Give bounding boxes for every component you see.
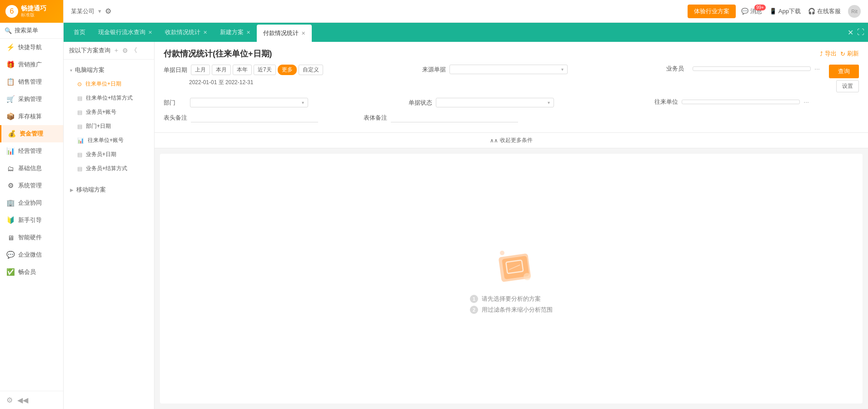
collapse-panel-icon[interactable]: 《 (131, 46, 137, 55)
dropdown-arrow-icon[interactable]: ▾ (98, 8, 101, 15)
refresh-btn[interactable]: ↻ 刷新 (840, 50, 859, 58)
phone-icon: 📱 (769, 8, 777, 15)
system-icon: ⚙ (6, 182, 15, 190)
purchase-icon: 🛒 (6, 95, 15, 103)
settings-gear-icon[interactable]: ⚙ (6, 396, 13, 404)
sidebar-item-guide[interactable]: 🔰 新手引导 (0, 212, 63, 229)
dept-label: 部门 (164, 99, 186, 107)
corp-icon: 🏢 (6, 199, 15, 207)
app-download[interactable]: 📱 App下载 (769, 7, 801, 15)
close-tab-icon[interactable]: ✕ (848, 28, 853, 37)
sidebar-item-label: 企业微信 (18, 251, 42, 259)
finance-icon: 💰 (8, 130, 16, 138)
date-label: 单据日期 (164, 66, 187, 74)
scheme-item-salesperson-date[interactable]: ▤ 业务员+日期 (64, 147, 154, 162)
collapse-conditions-btn[interactable]: ∧∧ 收起更多条件 (490, 136, 533, 144)
sidebar-nav: ⚡ 快捷导航 🎁 营销推广 📋 销售管理 🛒 采购管理 📦 库存核算 💰 资金管… (0, 39, 63, 391)
sidebar-item-base[interactable]: 🗂 基础信息 (0, 160, 63, 177)
tab-payment[interactable]: 付款情况统计 ✕ (257, 25, 312, 42)
online-service-label: 在线客服 (817, 7, 841, 15)
scheme-header: 按以下方案查询 ＋ ⚙ 《 (64, 42, 154, 60)
tab-home[interactable]: 首页 (67, 23, 92, 42)
sidebar-item-quick-nav[interactable]: ⚡ 快捷导航 (0, 39, 63, 56)
more-btn[interactable]: 更多 (278, 65, 297, 75)
sidebar-item-vip[interactable]: ✅ 畅会员 (0, 263, 63, 281)
source-label: 来源单据 (422, 66, 446, 74)
date-range-text: 2022-01-01 至 2022-12-31 (189, 79, 253, 86)
this-month-btn[interactable]: 本月 (212, 65, 231, 75)
scheme-label: 业务员+结算方式 (86, 165, 127, 172)
sidebar-item-weixin[interactable]: 💬 企业微信 (0, 246, 63, 263)
scheme-active-icon: ⊙ (77, 81, 82, 87)
group-arrow-icon: ▾ (70, 68, 72, 73)
tab-receipt-close-icon[interactable]: ✕ (203, 30, 207, 35)
sidebar-item-system[interactable]: ⚙ 系统管理 (0, 177, 63, 194)
mobile-group-toggle[interactable]: ▶ 移动端方案 (64, 183, 154, 197)
collapse-bar: ∧∧ 收起更多条件 (155, 133, 868, 148)
salesperson-select[interactable] (693, 66, 811, 71)
source-dropdown-icon: ▾ (561, 67, 564, 72)
tab-new-scheme-close-icon[interactable]: ✕ (246, 30, 250, 35)
avatar[interactable]: Rit (848, 5, 861, 18)
last-7days-btn[interactable]: 近7天 (254, 65, 276, 75)
right-panel: 付款情况统计(往来单位+日期) ⤴ 导出 ↻ 刷新 (155, 42, 868, 409)
tab-bank-close-icon[interactable]: ✕ (148, 30, 152, 35)
query-btn[interactable]: 查询 (829, 65, 859, 78)
sidebar-item-label: 经营管理 (18, 147, 42, 155)
scheme-item-partner-date[interactable]: ⊙ 往来单位+日期 (64, 77, 154, 91)
topbar-gear-icon[interactable]: ⚙ (105, 7, 111, 15)
maximize-icon[interactable]: ⛶ (857, 28, 864, 36)
tab-new-scheme[interactable]: 新建方案 ✕ (214, 23, 257, 42)
sidebar-item-operation[interactable]: 📊 经营管理 (0, 142, 63, 160)
collapse-sidebar-icon[interactable]: ◀◀ (17, 396, 28, 404)
setting-btn[interactable]: 设置 (836, 80, 859, 92)
scheme-item-salesperson-settle[interactable]: ▤ 业务员+结算方式 (64, 162, 154, 176)
sidebar-item-sales[interactable]: 📋 销售管理 (0, 73, 63, 91)
last-month-btn[interactable]: 上月 (191, 65, 210, 75)
sidebar-item-label: 营销推广 (18, 61, 42, 69)
svg-point-5 (500, 251, 504, 255)
desktop-group-toggle[interactable]: ▾ 电脑端方案 (64, 63, 154, 77)
salesperson-more-icon[interactable]: ··· (814, 65, 820, 72)
sidebar-item-inventory[interactable]: 📦 库存核算 (0, 108, 63, 125)
tab-bank[interactable]: 现金银行流水查询 ✕ (92, 23, 159, 42)
sidebar-item-hardware[interactable]: 🖥 智能硬件 (0, 229, 63, 246)
scheme-label: 往来单位+结算方式 (86, 94, 133, 102)
sidebar-item-purchase[interactable]: 🛒 采购管理 (0, 91, 63, 108)
sidebar-item-finance[interactable]: 💰 资金管理 (0, 125, 63, 142)
scheme-settings-icon[interactable]: ⚙ (122, 47, 128, 54)
header-note-label: 表头备注 (164, 114, 187, 122)
hint-num-2: 2 (470, 306, 478, 314)
source-select[interactable]: ▾ (449, 65, 568, 74)
tab-new-scheme-label: 新建方案 (220, 28, 244, 36)
scheme-item-salesperson-account[interactable]: ▤ 业务员+账号 (64, 105, 154, 119)
partner-more-icon[interactable]: ··· (803, 98, 809, 106)
sidebar: 6 畅捷通巧 标准版 🔍 搜索菜单 ⚡ 快捷导航 🎁 营销推广 📋 销售管理 🛒… (0, 0, 64, 409)
tab-payment-close-icon[interactable]: ✕ (301, 30, 305, 36)
partner-select[interactable] (682, 100, 800, 104)
sidebar-item-label: 资金管理 (20, 130, 43, 138)
tab-receipt[interactable]: 收款情况统计 ✕ (159, 23, 214, 42)
trial-btn[interactable]: 体验行业方案 (688, 5, 736, 18)
sidebar-item-marketing[interactable]: 🎁 营销推广 (0, 56, 63, 73)
sidebar-item-label: 企业协同 (18, 199, 42, 207)
online-service[interactable]: 🎧 在线客服 (808, 7, 841, 15)
scheme-item-partner-settle[interactable]: ▤ 往来单位+结算方式 (64, 91, 154, 105)
sidebar-item-corp[interactable]: 🏢 企业协同 (0, 194, 63, 212)
header-note-input[interactable] (191, 113, 318, 122)
body-note-input[interactable] (391, 113, 518, 122)
export-btn[interactable]: ⤴ 导出 (820, 50, 837, 58)
scheme-item-partner-account[interactable]: 📊 往来单位+账号 (64, 133, 154, 147)
filter-bar: 付款情况统计(往来单位+日期) ⤴ 导出 ↻ 刷新 (155, 42, 868, 133)
dept-select[interactable]: ▾ (190, 98, 308, 107)
scheme-icon: ▤ (77, 166, 82, 172)
doc-status-select[interactable]: ▾ (436, 98, 554, 107)
this-year-btn[interactable]: 本年 (233, 65, 252, 75)
custom-btn[interactable]: 自定义 (299, 65, 323, 75)
filter-actions: ⤴ 导出 ↻ 刷新 (820, 50, 859, 58)
empty-hint-1: 1 请先选择要分析的方案 (470, 295, 553, 303)
search-menu[interactable]: 🔍 搜索菜单 (0, 23, 63, 39)
scheme-item-dept-date[interactable]: ▤ 部门+日期 (64, 119, 154, 133)
message-badge[interactable]: 💬 消息 99+ (741, 7, 762, 15)
add-scheme-icon[interactable]: ＋ (113, 46, 120, 55)
